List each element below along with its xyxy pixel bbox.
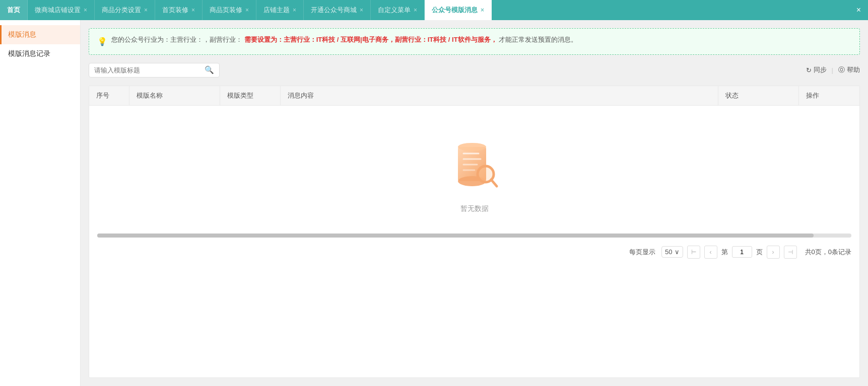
search-icon[interactable]: 🔍 [205,65,214,74]
col-type: 模版类型 [220,86,281,105]
main-layout: 模版消息 模版消息记录 💡 您的公众号行业为：主营行业：，副营行业： 需要设置为… [0,20,868,386]
tab-store-settings[interactable]: 微商城店铺设置 × [28,0,95,20]
horizontal-scrollbar[interactable] [97,234,851,238]
notice-highlight: 需要设置为：主营行业：IT科技 / 互联网|电子商务，副营行业：IT科技 / I… [244,36,497,43]
col-action: 操作 [799,86,859,105]
sidebar: 模版消息 模版消息记录 [0,20,81,386]
col-seq: 序号 [89,86,129,105]
page-word: 第 [721,248,728,257]
help-button[interactable]: ⓪ 帮助 [838,65,860,74]
empty-text: 暂无数据 [460,204,489,213]
scroll-thumb[interactable] [97,234,814,238]
tab-product-decoration[interactable]: 商品页装修 × [203,0,256,20]
prev-page-button[interactable]: ‹ [704,246,717,259]
dropdown-icon: ∨ [675,248,680,256]
close-all-tabs[interactable]: × [849,0,868,20]
search-actions: ↻ 同步 | ⓪ 帮助 [806,65,860,74]
close-tab-store-theme[interactable]: × [293,7,296,14]
col-status: 状态 [718,86,799,105]
tab-open-mall[interactable]: 开通公众号商城 × [304,0,371,20]
sync-label: 同步 [814,65,827,74]
sync-icon: ↻ [806,66,812,74]
tab-custom-menu[interactable]: 自定义菜单 × [371,0,425,20]
first-page-button[interactable]: ⊢ [687,246,700,259]
page-size-value: 50 [665,248,672,256]
tab-store-theme[interactable]: 店铺主题 × [256,0,304,20]
help-icon: ⓪ [838,65,845,74]
notice-text-before: 您的公众号行业为：主营行业：，副营行业： [111,36,242,43]
svg-point-9 [458,143,486,151]
search-input[interactable] [94,63,205,77]
top-nav: 首页 微商城店铺设置 × 商品分类设置 × 首页装修 × 商品页装修 × 店铺主… [0,0,868,20]
close-tab-open-mall[interactable]: × [360,7,363,14]
content-area: 💡 您的公众号行业为：主营行业：，副营行业： 需要设置为：主营行业：IT科技 /… [81,20,868,386]
page-unit: 页 [756,248,763,257]
close-tab-custom-menu[interactable]: × [414,7,417,14]
sidebar-item-template-log[interactable]: 模版消息记录 [0,44,80,63]
close-tab-template-msg[interactable]: × [481,7,484,14]
close-tab-home-decoration[interactable]: × [191,7,195,14]
last-page-button[interactable]: ⊣ [784,246,797,259]
divider: | [832,66,833,74]
page-input[interactable] [732,246,752,258]
sync-button[interactable]: ↻ 同步 [806,65,827,74]
notice-banner: 💡 您的公众号行业为：主营行业：，副营行业： 需要设置为：主营行业：IT科技 /… [89,28,860,55]
tab-home[interactable]: 首页 [0,0,28,20]
table-header: 序号 模版名称 模版类型 消息内容 状态 操作 [89,86,859,106]
total-info: 共0页，0条记录 [805,248,851,257]
tab-home-decoration[interactable]: 首页装修 × [155,0,203,20]
col-name: 模版名称 [129,86,220,105]
empty-illustration [444,136,505,196]
data-table: 序号 模版名称 模版类型 消息内容 状态 操作 [89,86,860,378]
close-tab-product-category[interactable]: × [144,7,148,14]
next-page-button[interactable]: › [767,246,780,259]
sidebar-item-template-msg[interactable]: 模版消息 [0,25,80,44]
notice-text-after: 才能正常发送预置的消息。 [499,36,577,43]
empty-icon-svg [444,136,505,196]
tab-template-msg[interactable]: 公众号模版消息 × [425,0,492,20]
page-size-label: 每页显示 [629,248,655,257]
empty-state: 暂无数据 [89,106,859,234]
pagination: 每页显示 50 ∨ ⊢ ‹ 第 页 › ⊣ 共0页，0条记录 [89,242,859,265]
col-content: 消息内容 [281,86,718,105]
help-label: 帮助 [847,65,860,74]
search-bar: 🔍 ↻ 同步 | ⓪ 帮助 [89,61,860,80]
tab-product-category[interactable]: 商品分类设置 × [95,0,155,20]
page-size-select[interactable]: 50 ∨ [661,246,683,258]
search-input-wrapper: 🔍 [89,63,220,78]
close-tab-store-settings[interactable]: × [84,7,87,14]
bulb-icon: 💡 [97,35,107,48]
svg-line-8 [491,180,497,186]
close-tab-product-decoration[interactable]: × [245,7,249,14]
